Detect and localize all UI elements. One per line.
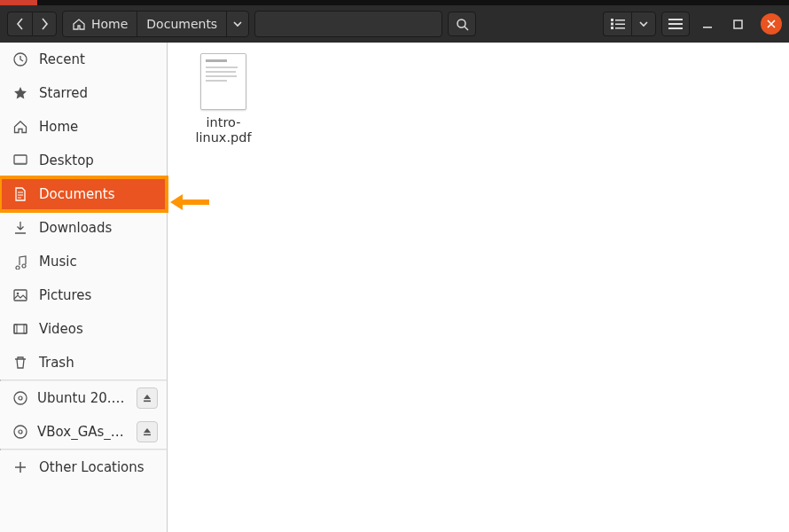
breadcrumb-current[interactable]: Documents <box>137 12 227 36</box>
breadcrumb: Home Documents <box>62 11 249 37</box>
svg-rect-23 <box>144 401 151 403</box>
eject-icon <box>143 427 152 436</box>
list-icon <box>611 19 625 29</box>
file-item[interactable]: intro-linux.pdf <box>184 53 263 145</box>
desktop-icon <box>12 153 28 168</box>
sidebar: Recent Starred Home Desktop Documents Do… <box>0 43 168 532</box>
star-icon <box>12 85 28 101</box>
search-icon <box>456 18 469 31</box>
sidebar-item-label: Home <box>39 119 78 135</box>
hamburger-icon <box>668 19 683 29</box>
sidebar-item-downloads[interactable]: Downloads <box>0 211 167 245</box>
minimize-icon <box>702 19 713 29</box>
file-label: intro-linux.pdf <box>184 115 263 145</box>
music-icon <box>12 254 28 270</box>
pdf-thumbnail-icon <box>200 53 246 110</box>
svg-point-21 <box>14 392 27 404</box>
close-icon <box>767 20 776 28</box>
sidebar-item-label: Other Locations <box>39 459 145 475</box>
home-icon <box>72 17 86 31</box>
svg-rect-20 <box>24 325 27 333</box>
svg-rect-4 <box>611 23 613 26</box>
svg-rect-5 <box>615 24 625 26</box>
disc-icon <box>12 390 28 406</box>
maximize-button[interactable] <box>725 12 750 36</box>
svg-rect-16 <box>14 290 27 301</box>
sidebar-item-label: Documents <box>39 186 115 202</box>
sidebar-item-other-locations[interactable]: Other Locations <box>0 450 167 484</box>
plus-icon <box>12 459 28 475</box>
chevron-left-icon <box>16 18 25 30</box>
forward-button[interactable] <box>32 12 57 36</box>
list-view-button[interactable] <box>603 12 631 36</box>
close-button[interactable] <box>761 13 782 35</box>
svg-point-25 <box>19 430 22 434</box>
toolbar: Home Documents <box>0 5 789 43</box>
sidebar-item-label: Videos <box>39 321 83 337</box>
sidebar-item-music[interactable]: Music <box>0 245 167 278</box>
svg-rect-3 <box>615 20 625 21</box>
sidebar-item-recent[interactable]: Recent <box>0 43 167 76</box>
mount-label: VBox_GAs_6.… <box>37 424 128 440</box>
annotation-arrow <box>170 194 209 210</box>
file-manager-window: Home Documents <box>0 0 789 532</box>
download-icon <box>12 220 28 236</box>
sidebar-item-pictures[interactable]: Pictures <box>0 278 167 312</box>
sidebar-item-label: Desktop <box>39 153 94 168</box>
caret-down-icon <box>638 19 649 29</box>
breadcrumb-current-label: Documents <box>146 17 217 31</box>
document-icon <box>12 186 28 202</box>
back-button[interactable] <box>7 12 32 36</box>
breadcrumb-home-label: Home <box>91 17 128 31</box>
svg-rect-12 <box>734 20 742 28</box>
svg-rect-6 <box>611 27 613 29</box>
view-buttons <box>603 12 656 36</box>
svg-rect-19 <box>14 325 17 333</box>
nav-buttons <box>7 12 57 36</box>
hamburger-menu-button[interactable] <box>661 12 690 36</box>
svg-rect-2 <box>611 19 613 21</box>
eject-button[interactable] <box>137 387 158 409</box>
eject-button[interactable] <box>137 421 158 442</box>
sidebar-item-label: Pictures <box>39 287 91 303</box>
videos-icon <box>12 321 28 337</box>
home-icon <box>12 119 28 135</box>
sidebar-item-documents[interactable]: Documents <box>0 177 167 211</box>
sidebar-item-home[interactable]: Home <box>0 110 167 144</box>
sidebar-item-label: Starred <box>39 85 88 101</box>
pictures-icon <box>12 287 28 303</box>
svg-rect-15 <box>14 162 27 164</box>
eject-icon <box>143 394 152 403</box>
svg-point-24 <box>14 426 27 438</box>
minimize-button[interactable] <box>695 12 720 36</box>
clock-icon <box>12 51 28 67</box>
sidebar-item-label: Downloads <box>39 220 112 236</box>
svg-rect-18 <box>14 325 27 333</box>
maximize-icon <box>733 20 743 29</box>
sidebar-mount-ubuntu[interactable]: Ubuntu 20.1… <box>0 381 167 415</box>
breadcrumb-dropdown[interactable] <box>227 12 248 36</box>
svg-point-22 <box>19 396 22 400</box>
svg-rect-11 <box>703 27 712 28</box>
sidebar-item-videos[interactable]: Videos <box>0 312 167 346</box>
sidebar-item-starred[interactable]: Starred <box>0 76 167 110</box>
mount-label: Ubuntu 20.1… <box>37 390 128 406</box>
sidebar-item-label: Recent <box>39 51 85 67</box>
svg-rect-9 <box>668 23 683 25</box>
view-options-button[interactable] <box>631 12 656 36</box>
content-pane[interactable]: intro-linux.pdf <box>168 43 789 532</box>
caret-down-icon <box>232 19 243 29</box>
disc-icon <box>12 424 28 440</box>
sidebar-item-trash[interactable]: Trash <box>0 346 167 379</box>
svg-rect-26 <box>144 434 151 436</box>
path-entry[interactable] <box>254 11 442 37</box>
search-button[interactable] <box>448 12 476 36</box>
sidebar-item-label: Trash <box>39 355 74 371</box>
breadcrumb-home[interactable]: Home <box>63 12 137 36</box>
sidebar-item-desktop[interactable]: Desktop <box>0 144 167 177</box>
chevron-right-icon <box>40 18 49 30</box>
window-body: Recent Starred Home Desktop Documents Do… <box>0 43 789 532</box>
sidebar-mount-vbox[interactable]: VBox_GAs_6.… <box>0 415 167 449</box>
svg-point-0 <box>457 20 465 27</box>
svg-rect-8 <box>668 19 683 20</box>
